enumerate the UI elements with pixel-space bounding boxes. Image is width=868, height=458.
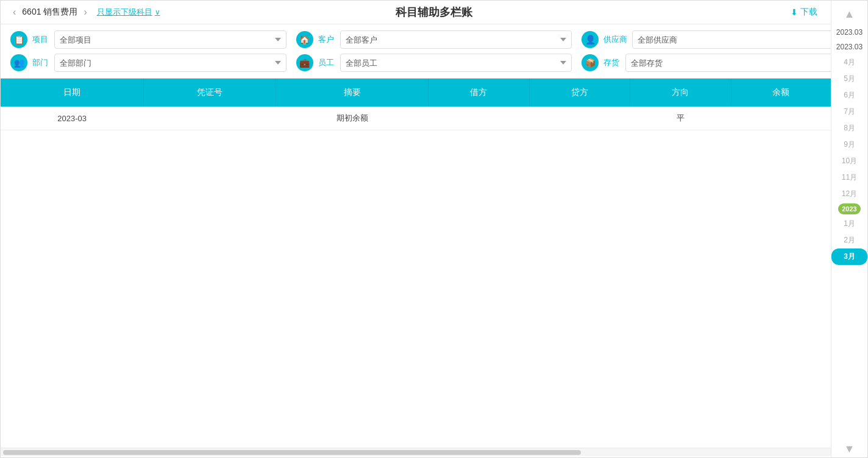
filter-row-customer: 🏠 客户 全部客户 bbox=[296, 30, 572, 49]
customer-filter[interactable]: 全部客户 bbox=[340, 30, 572, 49]
ledger-table: 日期 凭证号 摘要 借方 贷方 方向 余额 2023-03 期初余额 bbox=[1, 79, 831, 130]
page-title: 科目辅助多栏账 bbox=[396, 5, 472, 19]
sidebar-month-item[interactable]: 2023.03 bbox=[831, 40, 867, 54]
sidebar-month-item[interactable]: 11月 bbox=[831, 169, 867, 186]
col-summary: 摘要 bbox=[276, 79, 428, 107]
filter-row-project: 📋 项目 全部项目 bbox=[10, 30, 286, 49]
top-bar: ‹ 6601 销售费用 › 只显示下级科目 ∨ 科目辅助多栏账 ⬇ 下载 🖨 打… bbox=[1, 1, 867, 24]
sidebar-month-item[interactable]: 9月 bbox=[831, 136, 867, 153]
main-window: ‹ 6601 销售费用 › 只显示下级科目 ∨ 科目辅助多栏账 ⬇ 下载 🖨 打… bbox=[0, 0, 868, 458]
col-voucher: 凭证号 bbox=[143, 79, 276, 107]
sidebar-month-item[interactable]: 7月 bbox=[831, 104, 867, 120]
col-debit: 借方 bbox=[429, 79, 530, 107]
table-wrapper: 日期 凭证号 摘要 借方 贷方 方向 余额 2023-03 期初余额 bbox=[1, 79, 831, 448]
cell-debit bbox=[429, 107, 530, 130]
filter-row-employee: 💼 员工 全部员工 bbox=[296, 54, 572, 72]
inventory-label: 存货 bbox=[603, 57, 621, 68]
sidebar-month-item[interactable]: 6月 bbox=[831, 87, 867, 104]
col-balance: 余额 bbox=[731, 79, 831, 107]
col-direction: 方向 bbox=[630, 79, 731, 107]
project-filter[interactable]: 全部项目 bbox=[54, 30, 286, 49]
only-sub-button[interactable]: 只显示下级科目 ∨ bbox=[97, 7, 160, 18]
department-label: 部门 bbox=[32, 57, 49, 68]
filter-row-inventory: 📦 存货 全部存货 bbox=[582, 54, 858, 72]
table-row[interactable]: 2023-03 期初余额 平 bbox=[1, 107, 831, 130]
right-sidebar: ▲ 2023.03 2023.03 4月 5月 6月 7月 8月 9月 10月 … bbox=[831, 1, 867, 457]
sidebar-up-button[interactable]: ▲ bbox=[841, 5, 858, 23]
sidebar-months: 2023.03 2023.03 4月 5月 6月 7月 8月 9月 10月 11… bbox=[831, 23, 867, 440]
sidebar-month-active[interactable]: 3月 bbox=[831, 248, 867, 265]
sidebar-month-item[interactable]: 2月 bbox=[831, 232, 867, 248]
nav-next-button[interactable]: › bbox=[81, 7, 89, 18]
employee-label: 员工 bbox=[318, 57, 335, 68]
customer-label: 客户 bbox=[318, 34, 335, 45]
sidebar-month-item[interactable]: 4月 bbox=[831, 54, 867, 71]
nav-prev-button[interactable]: ‹ bbox=[10, 7, 18, 18]
sidebar-month-item[interactable]: 8月 bbox=[831, 120, 867, 136]
sidebar-month-item[interactable]: 2023.03 bbox=[831, 25, 867, 40]
sidebar-month-item[interactable]: 10月 bbox=[831, 153, 867, 169]
col-credit: 贷方 bbox=[529, 79, 630, 107]
cell-balance bbox=[731, 107, 831, 130]
cell-date: 2023-03 bbox=[1, 107, 143, 130]
cell-direction: 平 bbox=[630, 107, 731, 130]
inventory-icon: 📦 bbox=[582, 54, 599, 71]
col-date: 日期 bbox=[1, 79, 143, 107]
horizontal-scrollbar[interactable] bbox=[1, 448, 831, 456]
account-code-label: 6601 销售费用 bbox=[22, 7, 77, 18]
department-filter[interactable]: 全部部门 bbox=[54, 54, 286, 72]
chevron-down-icon: ∨ bbox=[155, 8, 160, 16]
cell-credit bbox=[529, 107, 630, 130]
employee-icon: 💼 bbox=[296, 54, 313, 71]
project-label: 项目 bbox=[32, 34, 49, 45]
filter-area: 📋 项目 全部项目 🏠 客户 全部客户 👤 供应商 全部供应商 👥 部门 全 bbox=[1, 24, 867, 79]
project-icon: 📋 bbox=[10, 31, 27, 48]
scrollbar-thumb[interactable] bbox=[3, 450, 581, 455]
sidebar-month-item[interactable]: 12月 bbox=[831, 186, 867, 202]
department-icon: 👥 bbox=[10, 54, 27, 71]
supplier-label: 供应商 bbox=[603, 34, 627, 45]
employee-filter[interactable]: 全部员工 bbox=[340, 54, 572, 72]
download-button[interactable]: ⬇ 下载 bbox=[791, 7, 817, 18]
sidebar-month-item[interactable]: 5月 bbox=[831, 71, 867, 87]
cell-summary: 期初余额 bbox=[276, 107, 428, 130]
only-sub-label: 只显示下级科目 bbox=[97, 7, 152, 18]
download-label: 下载 bbox=[800, 7, 817, 18]
inventory-filter[interactable]: 全部存货 bbox=[625, 54, 858, 72]
sidebar-down-button[interactable]: ▼ bbox=[841, 440, 858, 457]
download-icon: ⬇ bbox=[791, 7, 798, 17]
main-content: 日期 凭证号 摘要 借方 贷方 方向 余额 2023-03 期初余额 bbox=[1, 79, 831, 456]
cell-voucher bbox=[143, 107, 276, 130]
customer-icon: 🏠 bbox=[296, 31, 313, 48]
filter-row-supplier: 👤 供应商 全部供应商 bbox=[582, 30, 858, 49]
filter-row-department: 👥 部门 全部部门 bbox=[10, 54, 286, 72]
sidebar-month-item[interactable]: 1月 bbox=[831, 216, 867, 232]
supplier-icon: 👤 bbox=[582, 31, 599, 48]
sidebar-year-badge[interactable]: 2023 bbox=[838, 203, 860, 214]
supplier-filter[interactable]: 全部供应商 bbox=[632, 30, 858, 49]
